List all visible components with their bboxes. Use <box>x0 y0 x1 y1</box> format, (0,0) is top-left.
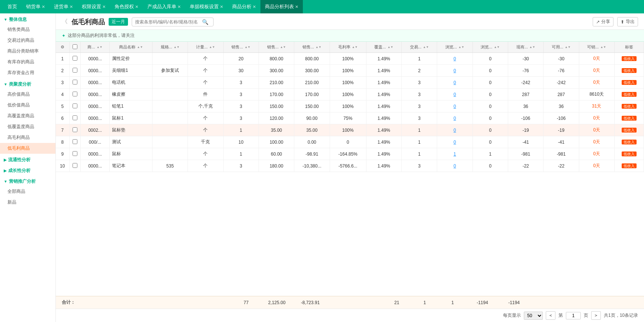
row-tag-1[interactable]: 低收入 <box>614 53 644 65</box>
sidebar-item-low-margin[interactable]: 低毛利商品 <box>0 143 55 154</box>
select-all-checkbox[interactable] <box>73 44 77 49</box>
row-checkbox-1[interactable] <box>69 53 80 65</box>
row-checkbox-2[interactable] <box>69 65 80 77</box>
sidebar-group-growth[interactable]: ▶ 成长性分析 <box>0 165 55 175</box>
row-browse1-2[interactable]: 0 <box>437 65 472 77</box>
sidebar-item-stock-capital[interactable]: 库存资金占用 <box>0 67 55 78</box>
sidebar-item-sales-goods[interactable]: 销售类商品 <box>0 24 55 35</box>
row-checkbox-7[interactable] <box>69 124 80 136</box>
search-input[interactable] <box>135 19 202 25</box>
sort-browse1-icon[interactable]: ▲▼ <box>458 45 464 49</box>
share-button[interactable]: ↗ 分享 <box>593 17 613 26</box>
next-page-btn[interactable]: ＞ <box>591 311 601 320</box>
row-tag-6[interactable]: 低收入 <box>614 112 644 124</box>
sort-spec-icon[interactable]: ▲▼ <box>174 45 180 49</box>
row-tag-8[interactable]: 低收入 <box>614 136 644 148</box>
row-tag-5[interactable]: 低收入 <box>614 101 644 112</box>
row-tag-2[interactable]: 低收入 <box>614 65 644 77</box>
export-button[interactable]: ⬆ 导出 <box>617 17 638 26</box>
nav-close-goods-list[interactable]: ✕ <box>295 4 298 9</box>
row-browse1-4[interactable]: 0 <box>437 89 472 101</box>
nav-item-goods-list[interactable]: 商品分析列表 ✕ <box>260 0 303 13</box>
nav-close-sales[interactable]: ✕ <box>42 4 45 9</box>
sidebar-item-high-coverage[interactable]: 高覆盖度商品 <box>0 111 55 121</box>
row-checkbox-8[interactable] <box>69 136 80 148</box>
th-gross-rate[interactable]: 毛利率▲▼ <box>330 42 366 53</box>
sidebar-group-marketing[interactable]: ▼ 营销推广分析 <box>0 175 55 186</box>
sidebar-item-all-goods[interactable]: 全部商品 <box>0 186 55 197</box>
sort-code-icon[interactable]: ▲▼ <box>97 45 103 49</box>
row-browse1-3[interactable]: 0 <box>437 77 472 89</box>
sidebar-item-low-coverage[interactable]: 低覆盖度商品 <box>0 121 55 132</box>
sidebar-item-high-value[interactable]: 高价值商品 <box>0 89 55 100</box>
nav-item-purchase[interactable]: 进货单 ✕ <box>49 0 77 13</box>
sort-sales-profit-icon[interactable]: ▲▼ <box>315 45 321 49</box>
th-spec[interactable]: 规格...▲▼ <box>152 42 188 53</box>
row-tag-4[interactable]: 低收入 <box>614 89 644 101</box>
date-badge[interactable]: 近一月 <box>109 18 128 26</box>
sort-gross-rate-icon[interactable]: ▲▼ <box>352 45 358 49</box>
sidebar-item-low-value[interactable]: 低价值商品 <box>0 100 55 111</box>
nav-item-home[interactable]: 首页 <box>3 0 22 13</box>
sort-browse2-icon[interactable]: ▲▼ <box>494 45 500 49</box>
th-current-stock[interactable]: 现有...▲▼ <box>508 42 543 53</box>
sidebar-item-stock-goods[interactable]: 有库存的商品 <box>0 57 55 67</box>
collapse-sidebar-btn[interactable]: 《 <box>62 18 68 26</box>
sidebar-group-cluster[interactable]: ▼ 类聚度分析 <box>0 78 55 89</box>
nav-close-permission[interactable]: ✕ <box>102 4 106 9</box>
row-checkbox-5[interactable] <box>69 101 80 112</box>
nav-close-purchase[interactable]: ✕ <box>70 4 73 9</box>
search-icon[interactable]: 🔍 <box>202 19 208 25</box>
prev-page-btn[interactable]: ＜ <box>546 311 555 320</box>
sort-sales-price-icon[interactable]: ▲▼ <box>280 45 286 49</box>
nav-item-goods-analysis[interactable]: 商品分析 ✕ <box>228 0 260 13</box>
nav-item-product-entry[interactable]: 产成品入库单 ✕ <box>143 0 185 13</box>
per-page-select[interactable]: 50 100 200 <box>524 312 543 320</box>
nav-close-goods-analysis[interactable]: ✕ <box>253 4 256 9</box>
nav-item-sales[interactable]: 销货单 ✕ <box>22 0 49 13</box>
sort-name-icon[interactable]: ▲▼ <box>137 45 143 49</box>
nav-item-template[interactable]: 单据模板设置 ✕ <box>185 0 228 13</box>
th-browse1[interactable]: 浏览...▲▼ <box>437 42 472 53</box>
nav-close-template[interactable]: ✕ <box>220 4 223 9</box>
row-checkbox-4[interactable] <box>69 89 80 101</box>
sidebar-item-traded-goods[interactable]: 交易过的商品 <box>0 35 55 46</box>
row-browse1-10[interactable]: 0 <box>437 160 472 172</box>
settings-icon[interactable]: ⚙ <box>61 45 64 49</box>
nav-item-role[interactable]: 角色授权 ✕ <box>110 0 143 13</box>
sidebar-group-overview[interactable]: ▼ 整体信息 <box>0 13 55 24</box>
th-settings[interactable]: ⚙ <box>56 42 69 53</box>
th-saleable-days[interactable]: 可销...▲▼ <box>579 42 614 53</box>
sort-sales-qty-icon[interactable]: ▲▼ <box>244 45 250 49</box>
th-checkbox[interactable] <box>69 42 80 53</box>
sort-current-icon[interactable]: ▲▼ <box>529 45 535 49</box>
sort-available-icon[interactable]: ▲▼ <box>565 45 571 49</box>
row-browse1-5[interactable]: 0 <box>437 101 472 112</box>
nav-close-product-entry[interactable]: ✕ <box>177 4 181 9</box>
th-trade-count[interactable]: 交易...▲▼ <box>401 42 437 53</box>
row-checkbox-3[interactable] <box>69 77 80 89</box>
sidebar-item-category-rate[interactable]: 商品分类助销率 <box>0 46 55 57</box>
sidebar-group-liquidity[interactable]: ▶ 流通性分析 <box>0 154 55 165</box>
nav-item-permission[interactable]: 权限设置 ✕ <box>77 0 110 13</box>
row-browse1-6[interactable]: 0 <box>437 112 472 124</box>
row-checkbox-9[interactable] <box>69 148 80 160</box>
row-tag-9[interactable]: 低收入 <box>614 148 644 160</box>
sort-trade-icon[interactable]: ▲▼ <box>423 45 429 49</box>
row-tag-10[interactable]: 低收入 <box>614 160 644 172</box>
row-checkbox-6[interactable] <box>69 112 80 124</box>
row-browse1-7[interactable]: 0 <box>437 124 472 136</box>
page-input[interactable] <box>566 312 581 319</box>
row-tag-3[interactable]: 低收入 <box>614 77 644 89</box>
th-code[interactable]: 商...▲▼ <box>80 42 110 53</box>
th-available-stock[interactable]: 可用...▲▼ <box>544 42 579 53</box>
th-coverage[interactable]: 覆盖...▲▼ <box>366 42 401 53</box>
th-tag[interactable]: 标签 <box>614 42 644 53</box>
row-checkbox-10[interactable] <box>69 160 80 172</box>
th-name[interactable]: 商品名称▲▼ <box>110 42 152 53</box>
sidebar-item-high-margin[interactable]: 高毛利商品 <box>0 132 55 143</box>
sort-unit-icon[interactable]: ▲▼ <box>209 45 215 49</box>
row-browse1-8[interactable]: 0 <box>437 136 472 148</box>
row-tag-7[interactable]: 低收入 <box>614 124 644 136</box>
nav-close-role[interactable]: ✕ <box>135 4 138 9</box>
